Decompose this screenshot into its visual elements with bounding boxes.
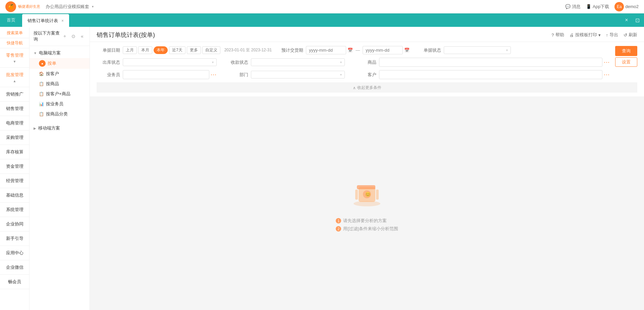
message-btn[interactable]: 💬 消息 bbox=[565, 4, 581, 10]
sidebar-item-purchase[interactable]: 采购管理 bbox=[0, 131, 29, 145]
sidebar-item-wholesale[interactable]: 批发管理 ▲ bbox=[0, 68, 29, 87]
scheme-item-customer[interactable]: 🏠 按客户 bbox=[30, 69, 90, 79]
calendar-to-icon[interactable]: 📅 bbox=[404, 48, 410, 53]
date-btn-last-month[interactable]: 上月 bbox=[123, 46, 137, 54]
setting-button[interactable]: 设置 bbox=[615, 57, 637, 67]
sidebar-item-wechat[interactable]: 企业微信 bbox=[0, 260, 29, 275]
sidebar-item-newbie[interactable]: 新手引导 bbox=[0, 231, 29, 246]
sidebar-item-retail[interactable]: 零售管理 ▼ bbox=[0, 48, 29, 68]
dept-select[interactable]: ▾ bbox=[251, 71, 345, 79]
app-icon: 📱 bbox=[586, 4, 591, 9]
filter-area: 单据日期 上月 本月 本年 近7天 更多 自定义 2023-01-01 至 20… bbox=[90, 42, 644, 97]
empty-svg: 😊 bbox=[347, 173, 387, 214]
scheme-add-icon[interactable]: ＋ bbox=[61, 33, 68, 40]
topbar: 🍊 畅捷通好生意 办公用品行业模拟账套 ▾ 💬 消息 📱 App下载 Ea de… bbox=[0, 0, 644, 13]
scheme-group-mobile-title[interactable]: ▶ 移动端方案 bbox=[30, 123, 90, 133]
calendar-from-icon[interactable]: 📅 bbox=[347, 48, 353, 53]
scheme-item-icon: 🏠 bbox=[39, 71, 44, 76]
payment-status-select[interactable]: ▾ bbox=[251, 58, 345, 66]
sidebar-item-finance[interactable]: 资金管理 bbox=[0, 159, 29, 174]
tab-maximize-btn[interactable]: ⊡ bbox=[633, 16, 641, 24]
scheme-item-icon: 📋 bbox=[39, 112, 44, 116]
tip-num-1: 1 bbox=[336, 218, 341, 223]
message-label: 消息 bbox=[572, 4, 581, 10]
scheme-panel-header: 按以下方案查询 ＋ ⊙ « bbox=[30, 27, 90, 46]
scheme-item-goods[interactable]: 📋 按商品 bbox=[30, 79, 90, 89]
sidebar-item-marketing[interactable]: 营销推广 bbox=[0, 87, 29, 102]
empty-illustration: 😊 bbox=[347, 173, 387, 214]
topbar-dropdown-icon[interactable]: ▾ bbox=[92, 5, 94, 8]
user-area[interactable]: Ea demo2 bbox=[614, 2, 639, 11]
ship-status-select[interactable]: ▾ bbox=[123, 58, 217, 66]
scheme-group-label: 电脑端方案 bbox=[39, 50, 61, 56]
scheme-group-mobile: ▶ 移动端方案 bbox=[30, 121, 90, 135]
collapse-bar[interactable]: ∧ 收起更多条件 bbox=[97, 83, 637, 93]
sidebar-item-corp[interactable]: 企业协同 bbox=[0, 217, 29, 231]
tab-active-label: 销售订单统计表 bbox=[28, 18, 58, 24]
export-btn[interactable]: ↑ 导出 bbox=[606, 32, 619, 38]
tab-close-btn[interactable]: × bbox=[61, 18, 64, 23]
scheme-expand-icon: ▶ bbox=[34, 126, 36, 130]
sidebar-item-ecom[interactable]: 电商管理 bbox=[0, 116, 29, 131]
sidebar-item-label: 经营管理 bbox=[6, 178, 23, 184]
sidebar-item-system[interactable]: 系统管理 bbox=[0, 203, 29, 217]
date-btn-custom[interactable]: 自定义 bbox=[202, 46, 220, 54]
sidebar-item-appstore[interactable]: 应用中心 bbox=[0, 246, 29, 260]
print-btn[interactable]: 🖨 按模板打印 ▾ bbox=[570, 32, 601, 38]
empty-tip-1: 1 请先选择要分析的方案 bbox=[336, 218, 398, 224]
scheme-item-goods-cat[interactable]: 📋 按商品分类 bbox=[30, 109, 90, 119]
empty-tip-2: 2 用[过滤]条件来缩小分析范围 bbox=[336, 226, 398, 232]
payment-status-arrow: ▾ bbox=[340, 60, 342, 64]
status-select[interactable]: ▾ bbox=[444, 46, 511, 54]
scheme-group-pc-title[interactable]: ▼ 电脑端方案 bbox=[30, 48, 90, 58]
date-label: 单据日期 bbox=[97, 47, 120, 53]
expected-date-to-input[interactable] bbox=[363, 46, 403, 54]
sidebar-item-label: 系统管理 bbox=[6, 207, 23, 213]
expected-date-from-input[interactable] bbox=[306, 46, 346, 54]
tabbar-actions: × ⊡ bbox=[623, 16, 641, 24]
goods-dots[interactable]: ··· bbox=[604, 59, 610, 66]
app-download-btn[interactable]: 📱 App下载 bbox=[586, 4, 609, 10]
export-label: 导出 bbox=[609, 32, 618, 38]
tab-close-window-btn[interactable]: × bbox=[623, 16, 631, 24]
sidebar-item-label: 资金管理 bbox=[6, 163, 23, 169]
sidebar-search[interactable]: 搜索菜单 bbox=[0, 27, 29, 38]
sidebar-item-ops[interactable]: 经营管理 bbox=[0, 174, 29, 188]
sidebar-item-member[interactable]: 畅会员 bbox=[0, 275, 29, 289]
sidebar-item-label: 企业微信 bbox=[6, 264, 23, 270]
scheme-item-label: 按客户+商品 bbox=[46, 91, 70, 97]
collapse-label: 收起更多条件 bbox=[357, 85, 381, 91]
customer-dots[interactable]: ··· bbox=[604, 71, 610, 78]
salesman-input[interactable] bbox=[123, 70, 209, 79]
scheme-refresh-icon[interactable]: ⊙ bbox=[70, 33, 77, 40]
sidebar-nav[interactable]: 快捷导航 bbox=[0, 38, 29, 48]
tab-home[interactable]: 首页 bbox=[0, 13, 22, 27]
sidebar-item-sales[interactable]: 销售管理 bbox=[0, 102, 29, 116]
filter-row-2: 出库状态 ▾ 收款状态 ▾ 商品 bbox=[97, 58, 610, 67]
scheme-collapse-icon[interactable]: « bbox=[79, 33, 86, 40]
scheme-item-order[interactable]: ● 按单 bbox=[30, 58, 90, 69]
date-btn-this-month[interactable]: 本月 bbox=[138, 46, 152, 54]
salesman-dots[interactable]: ··· bbox=[211, 71, 217, 78]
print-icon: 🖨 bbox=[570, 33, 574, 38]
sidebar-item-inventory[interactable]: 库存核算 bbox=[0, 145, 29, 159]
refresh-label: 刷新 bbox=[629, 32, 637, 38]
scheme-item-salesman[interactable]: 📊 按业务员 bbox=[30, 99, 90, 109]
date-btn-7days[interactable]: 近7天 bbox=[169, 46, 185, 54]
sidebar-item-label: 新手引导 bbox=[6, 236, 23, 242]
help-btn[interactable]: ? 帮助 bbox=[551, 32, 564, 38]
sidebar-item-basic[interactable]: 基础信息 bbox=[0, 188, 29, 203]
customer-input[interactable] bbox=[379, 70, 602, 79]
refresh-btn[interactable]: ↺ 刷新 bbox=[624, 32, 637, 38]
date-btn-this-year[interactable]: 本年 bbox=[154, 46, 168, 54]
date-btn-more[interactable]: 更多 bbox=[187, 46, 201, 54]
tip-text-2: 用[过滤]条件来缩小分析范围 bbox=[343, 226, 398, 232]
tabbar: 首页 销售订单统计表 × × ⊡ bbox=[0, 13, 644, 27]
scheme-item-customer-goods[interactable]: 📋 按客户+商品 bbox=[30, 89, 90, 99]
scheme-expand-icon: ▼ bbox=[34, 51, 37, 55]
empty-tips: 1 请先选择要分析的方案 2 用[过滤]条件来缩小分析范围 bbox=[336, 218, 398, 234]
message-icon: 💬 bbox=[565, 4, 571, 9]
search-button[interactable]: 查询 bbox=[615, 46, 637, 56]
tab-active[interactable]: 销售订单统计表 × bbox=[22, 14, 69, 28]
goods-input[interactable] bbox=[379, 58, 602, 67]
